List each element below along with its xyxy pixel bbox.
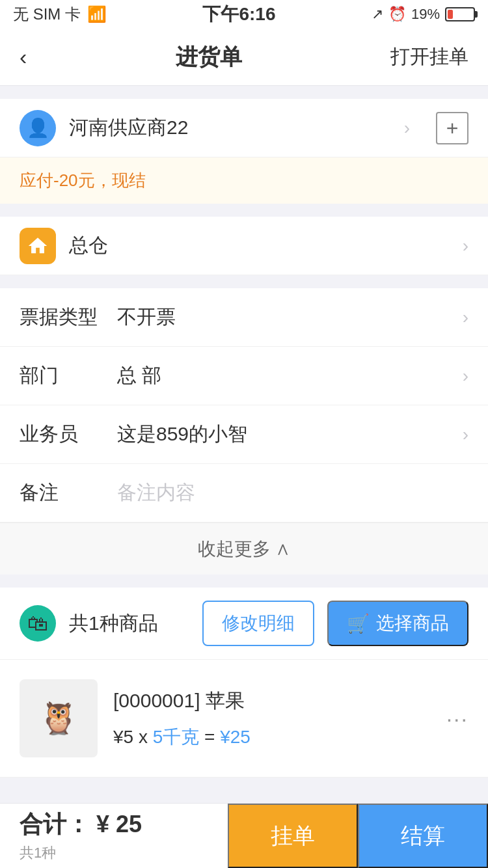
product-item: 🦉 [0000001] 苹果 ¥5 x 5千克 = ¥25 ··· [0, 660, 488, 778]
invoice-label: 票据类型 [20, 304, 111, 331]
modify-detail-button[interactable]: 修改明细 [202, 601, 314, 646]
status-right: ↗ ⏰ 19% [372, 6, 475, 23]
product-name: [0000001] 苹果 [113, 688, 446, 714]
select-product-button[interactable]: 🛒 选择商品 [327, 601, 468, 646]
supplier-avatar: 👤 [20, 110, 56, 146]
warning-text: 应付-20元，现结 [20, 170, 146, 190]
salesman-label: 业务员 [20, 421, 111, 448]
back-button[interactable]: ‹ [20, 44, 27, 70]
products-count: 共1种商品 [69, 610, 202, 637]
warehouse-section: 总仓 › [0, 217, 488, 275]
department-row[interactable]: 部门 总 部 › [0, 347, 488, 405]
remark-row[interactable]: 备注 备注内容 [0, 464, 488, 522]
open-hang-button[interactable]: 打开挂单 [390, 44, 468, 70]
avatar-icon: 👤 [27, 117, 49, 139]
collapse-label: 收起更多 ∧ [198, 537, 291, 562]
location-icon: ↗ [372, 6, 383, 23]
add-supplier-button[interactable]: + [436, 112, 468, 144]
product-title: 苹果 [206, 690, 245, 711]
supplier-section: 👤 河南供应商22 › + 应付-20元，现结 [0, 99, 488, 204]
product-equals: = [204, 727, 220, 747]
supplier-row[interactable]: 👤 河南供应商22 › + [0, 99, 488, 157]
carrier-text: 无 SIM 卡 [13, 4, 81, 25]
select-product-icon: 🛒 [347, 613, 370, 634]
section-gap-3 [0, 275, 488, 288]
department-chevron-icon: › [463, 366, 468, 387]
status-left: 无 SIM 卡 📶 [13, 4, 107, 25]
warehouse-icon [27, 235, 49, 257]
products-section: 🛍 共1种商品 修改明细 🛒 选择商品 🦉 [0000001] 苹果 ¥5 x … [0, 588, 488, 778]
products-header: 🛍 共1种商品 修改明细 🛒 选择商品 [0, 588, 488, 660]
battery-fill [448, 10, 453, 19]
warehouse-icon-bg [20, 228, 56, 264]
product-total: ¥25 [220, 727, 251, 747]
department-label: 部门 [20, 362, 111, 389]
invoice-row[interactable]: 票据类型 不开票 › [0, 288, 488, 347]
page-title: 进货单 [176, 42, 242, 72]
product-unit-price: ¥5 x [113, 727, 153, 747]
product-thumbnail: 🦉 [20, 679, 98, 757]
nav-bar: ‹ 进货单 打开挂单 [0, 29, 488, 86]
total-label: 合计： [20, 811, 90, 837]
battery-indicator [445, 7, 475, 21]
remark-label: 备注 [20, 480, 111, 506]
product-price-row: ¥5 x 5千克 = ¥25 [113, 725, 446, 750]
collapse-toggle[interactable]: 收起更多 ∧ [0, 522, 488, 575]
invoice-value: 不开票 [111, 304, 463, 331]
plus-icon: + [446, 118, 459, 139]
product-id: [0000001] [113, 690, 206, 711]
invoice-chevron-icon: › [463, 307, 468, 328]
warehouse-name: 总仓 [69, 232, 463, 259]
warehouse-row[interactable]: 总仓 › [0, 217, 488, 275]
bottom-bar: 合计： ¥ 25 共1种 挂单 结算 [0, 803, 488, 868]
settle-button[interactable]: 结算 [358, 804, 488, 868]
hang-button[interactable]: 挂单 [228, 804, 358, 868]
supplier-chevron-icon: › [404, 118, 410, 139]
department-value: 总 部 [111, 362, 463, 389]
products-icon-bg: 🛍 [20, 605, 56, 642]
salesman-row[interactable]: 业务员 这是859的小智 › [0, 405, 488, 464]
salesman-chevron-icon: › [463, 424, 468, 445]
status-bar: 无 SIM 卡 📶 下午6:16 ↗ ⏰ 19% [0, 0, 488, 29]
product-quantity: 5千克 [153, 727, 200, 747]
wifi-icon: 📶 [87, 5, 107, 23]
salesman-value: 这是859的小智 [111, 421, 463, 448]
warehouse-chevron-icon: › [463, 236, 468, 256]
total-amount: 合计： ¥ 25 [20, 809, 208, 841]
total-value: ¥ 25 [96, 811, 142, 837]
total-section: 合计： ¥ 25 共1种 [0, 809, 228, 863]
form-section: 票据类型 不开票 › 部门 总 部 › 业务员 这是859的小智 › 备注 备注… [0, 288, 488, 575]
section-gap-1 [0, 86, 488, 99]
supplier-name: 河南供应商22 [69, 115, 404, 141]
select-product-label: 选择商品 [376, 611, 449, 636]
section-gap-2 [0, 204, 488, 217]
warning-banner: 应付-20元，现结 [0, 157, 488, 204]
total-count: 共1种 [20, 843, 208, 863]
products-icon: 🛍 [27, 612, 48, 636]
product-info: [0000001] 苹果 ¥5 x 5千克 = ¥25 [113, 688, 446, 750]
remark-input[interactable]: 备注内容 [111, 480, 468, 506]
status-time: 下午6:16 [202, 2, 275, 27]
product-logo-icon: 🦉 [39, 700, 78, 737]
product-more-button[interactable]: ··· [446, 706, 468, 731]
battery-percentage: 19% [411, 6, 440, 23]
section-gap-4 [0, 575, 488, 588]
alarm-icon: ⏰ [388, 6, 406, 23]
